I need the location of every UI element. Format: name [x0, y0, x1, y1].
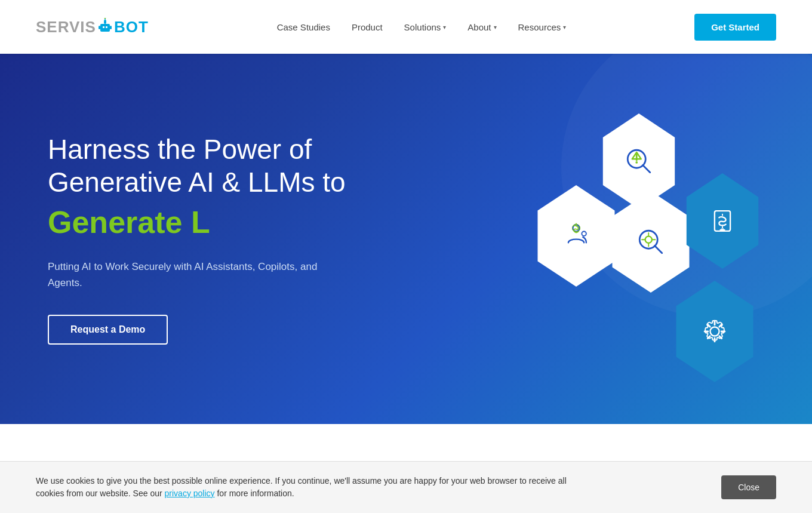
about-chevron-icon: ▾	[494, 24, 497, 30]
svg-rect-2	[106, 26, 107, 28]
hero-graphic	[513, 102, 764, 376]
nav-resources[interactable]: Resources ▾	[518, 22, 567, 32]
svg-point-11	[635, 161, 638, 164]
logo-bot-text: BOT	[114, 18, 149, 36]
solutions-chevron-icon: ▾	[443, 24, 446, 30]
logo-robot-icon	[97, 18, 113, 35]
hero-subtext: Putting AI to Work Securely with AI Assi…	[48, 259, 334, 291]
hex-bot-right	[670, 281, 759, 382]
nav-links: Case Studies Product Solutions ▾ About ▾…	[277, 22, 567, 32]
analytics-icon	[633, 224, 669, 260]
hero-animated-text: Generate L	[48, 205, 346, 241]
svg-point-23	[710, 327, 719, 336]
navbar: SERVIS BOT Case Studies Product	[0, 0, 812, 54]
warning-search-icon	[621, 143, 657, 179]
nav-solutions[interactable]: Solutions ▾	[404, 22, 447, 32]
hex-mid-right	[681, 173, 764, 269]
svg-rect-7	[99, 26, 100, 29]
cost-reduction-icon	[705, 203, 740, 239]
people-dollar-icon	[558, 218, 594, 254]
hex-container	[513, 102, 764, 376]
request-demo-button[interactable]: Request a Demo	[48, 315, 168, 345]
resources-chevron-icon: ▾	[563, 24, 566, 30]
svg-rect-0	[100, 24, 110, 32]
logo-servis-text: SERVIS	[36, 18, 96, 36]
nav-product[interactable]: Product	[352, 22, 383, 32]
svg-point-6	[104, 18, 106, 19]
hero-heading: Harness the Power of Generative AI & LLM…	[48, 133, 346, 199]
svg-rect-1	[103, 26, 104, 28]
hero-section: Harness the Power of Generative AI & LLM…	[0, 54, 812, 424]
get-started-button[interactable]: Get Started	[694, 14, 776, 41]
svg-line-10	[643, 165, 650, 173]
nav-about[interactable]: About ▾	[467, 22, 496, 32]
svg-point-17	[645, 236, 652, 243]
logo[interactable]: SERVIS BOT	[36, 18, 149, 36]
svg-point-14	[582, 232, 586, 236]
svg-rect-8	[110, 26, 112, 29]
svg-line-16	[655, 246, 662, 253]
svg-point-4	[104, 20, 106, 22]
gear-settings-icon	[697, 314, 733, 349]
hero-content: Harness the Power of Generative AI & LLM…	[48, 133, 346, 345]
nav-case-studies[interactable]: Case Studies	[277, 22, 330, 32]
